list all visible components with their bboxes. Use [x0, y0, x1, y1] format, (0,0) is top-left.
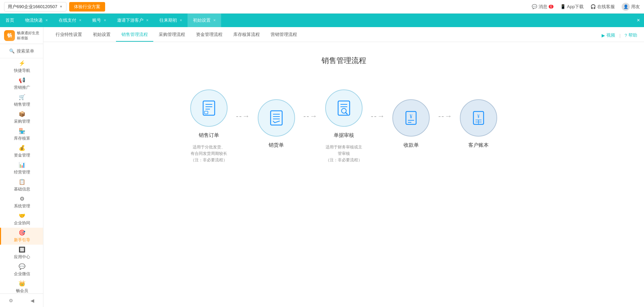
sub-tab-industry-label: 行业特性设置 — [56, 32, 82, 37]
sub-tab-finance-flow-label: 资金管理流程 — [196, 32, 222, 37]
tab-setup[interactable]: 初始设置 × — [188, 14, 221, 27]
tab-setup-close[interactable]: × — [213, 18, 216, 23]
flow-step-ledger-name: 客户账本 — [468, 142, 489, 148]
sidebar-item-label: 应用中心 — [14, 254, 30, 260]
sidebar-item-quick-nav[interactable]: ⚡ 快捷导航 — [0, 58, 43, 75]
video-icon: ▶ — [602, 33, 605, 38]
sidebar-item-corp-wechat[interactable]: 💬 企业微信 — [0, 262, 43, 279]
app-download-item[interactable]: 📱 App下载 — [560, 4, 584, 10]
video-link[interactable]: ▶ 视频 — [602, 32, 615, 38]
tab-logistics-label: 物流快递 — [25, 17, 43, 23]
tab-invite-close[interactable]: × — [146, 18, 149, 23]
logo-line1: 畅康通好生意 — [17, 30, 39, 35]
review-icon — [335, 99, 353, 117]
sales-mgmt-icon: 🛒 — [19, 94, 25, 100]
nav-close-all-icon[interactable]: × — [637, 17, 640, 23]
ledger-icon: ¥ — [469, 109, 488, 127]
help-link[interactable]: ? 帮助 — [625, 32, 637, 38]
sub-tab-marketing-flow-label: 营销管理流程 — [271, 32, 297, 37]
headset-icon: 🎧 — [590, 4, 596, 9]
flow-step-receipt[interactable]: ¥ 收款单 — [380, 99, 442, 154]
sidebar-item-label: 企业协同 — [14, 220, 30, 226]
user-label: 用户690企业1660120507 — [8, 4, 57, 10]
sidebar-item-sales-mgmt[interactable]: 🛒 销售管理 — [0, 92, 43, 109]
flow-step-sales-order-name: 销售订单 — [199, 132, 219, 139]
sub-tab-marketing-flow[interactable]: 营销管理流程 — [265, 28, 303, 42]
flow-step-receipt-name: 收款单 — [404, 142, 419, 148]
sidebar-item-marketing-promo[interactable]: 📢 营销推广 — [0, 75, 43, 92]
tab-payment-close[interactable]: × — [79, 18, 81, 23]
sidebar-nav: ⚡ 快捷导航 📢 营销推广 🛒 销售管理 📦 采购管理 🏪 库存核算 💰 — [0, 58, 43, 293]
sidebar-item-finance-mgmt[interactable]: 💰 资金管理 — [0, 143, 43, 160]
app-label: App下载 — [567, 4, 584, 10]
flow-step-sales-order[interactable]: 销售订单 适用于分批发货、有合同发货周期较长（注：非必要流程） — [178, 89, 239, 164]
tab-home-label: 首页 — [5, 17, 14, 23]
inventory-icon: 🏪 — [19, 128, 25, 134]
sidebar-item-sys-mgmt[interactable]: ⚙ 系统管理 — [0, 194, 43, 211]
sub-tab-initial-label: 初始设置 — [93, 32, 111, 37]
sidebar-item-basic-info[interactable]: 📋 基础信息 — [0, 177, 43, 194]
service-item[interactable]: 🎧 在线客服 — [590, 4, 615, 10]
sub-tab-purchase-flow[interactable]: 采购管理流程 — [153, 28, 191, 42]
flow-step-delivery[interactable]: 销货单 — [246, 99, 307, 154]
tab-logistics[interactable]: 物流快递 × — [20, 14, 53, 27]
sidebar-item-label: 营销推广 — [14, 85, 30, 90]
delivery-icon — [267, 109, 286, 127]
tab-invite[interactable]: 邀请下游客户 × — [112, 14, 154, 27]
sub-tab-sales-flow[interactable]: 销售管理流程 — [116, 28, 153, 42]
trial-button[interactable]: 体验行业方案 — [69, 2, 105, 12]
avatar: 👤 — [622, 3, 630, 11]
new-guide-icon: 🎯 — [19, 229, 25, 236]
marketing-promo-icon: 📢 — [19, 77, 25, 83]
sub-tabs: 行业特性设置 初始设置 销售管理流程 采购管理流程 资金管理流程 库存核算流程 … — [43, 27, 644, 42]
sub-tab-industry[interactable]: 行业特性设置 — [50, 28, 87, 42]
sidebar-item-label: 新手引导 — [14, 237, 30, 243]
settings-bottom-icon[interactable]: ⚙ — [9, 298, 13, 303]
message-badge: 6 — [549, 5, 553, 8]
tab-logistics-close[interactable]: × — [45, 18, 48, 23]
sub-tab-finance-flow[interactable]: 资金管理流程 — [191, 28, 228, 42]
flow-step-delivery-name: 销货单 — [269, 142, 284, 148]
sub-tab-purchase-flow-label: 采购管理流程 — [159, 32, 185, 37]
sub-tab-initial[interactable]: 初始设置 — [87, 28, 116, 42]
tab-home[interactable]: 首页 — [0, 14, 20, 27]
flow-step-sales-order-desc: 适用于分批发货、有合同发货周期较长（注：非必要流程） — [191, 144, 227, 164]
sub-tab-inventory-calc[interactable]: 库存核算流程 — [228, 28, 265, 42]
sidebar-item-ops-mgmt[interactable]: 📊 经营管理 — [0, 160, 43, 177]
sidebar-item-purchase-mgmt[interactable]: 📦 采购管理 — [0, 109, 43, 126]
sidebar-item-corp-collab[interactable]: 🤝 企业协同 — [0, 211, 43, 228]
flow-step-ledger[interactable]: ¥ 客户账本 — [448, 99, 509, 154]
sidebar-item-vip[interactable]: 👑 畅会员 — [0, 279, 43, 293]
sidebar-item-new-guide[interactable]: 🎯 新手引导 — [0, 228, 43, 245]
help-label: 帮助 — [628, 32, 637, 38]
corp-collab-icon: 🤝 — [19, 212, 25, 219]
tab-payment[interactable]: 在线支付 × — [53, 14, 87, 27]
purchase-mgmt-icon: 📦 — [19, 111, 25, 117]
app-center-icon: 🔲 — [19, 246, 25, 253]
tab-period[interactable]: 往来期初 × — [154, 14, 188, 27]
tab-period-close[interactable]: × — [180, 18, 182, 23]
service-label: 在线客服 — [597, 4, 615, 10]
tab-payment-label: 在线支付 — [59, 17, 76, 23]
user-menu-label: 用友 — [631, 4, 640, 10]
tab-account[interactable]: 账号 × — [87, 14, 112, 27]
svg-text:¥: ¥ — [410, 114, 412, 119]
tab-setup-label: 初始设置 — [193, 17, 211, 23]
collapse-icon[interactable]: ◀ — [31, 298, 34, 303]
sidebar-item-app-center[interactable]: 🔲 应用中心 — [0, 245, 43, 262]
user-selector[interactable]: 用户690企业1660120507 ▼ — [4, 2, 66, 12]
svg-rect-0 — [203, 101, 215, 115]
sidebar-search[interactable]: 🔍 搜索菜单 — [0, 44, 43, 58]
sidebar-item-label: 系统管理 — [14, 203, 30, 209]
user-menu-item[interactable]: 👤 用友 — [622, 3, 640, 11]
app-icon: 📱 — [560, 4, 566, 9]
help-icon: ? — [625, 33, 627, 38]
flow-circle-review — [325, 89, 363, 127]
logo-text: 畅康通好生意 标准版 — [17, 30, 39, 40]
flow-step-review[interactable]: 单据审核 适用于财务审核或主管审核（注：非必要流程） — [313, 89, 374, 164]
svg-rect-4 — [204, 111, 208, 114]
sidebar-item-label: 采购管理 — [14, 119, 30, 124]
message-item[interactable]: 💬 消息 6 — [532, 4, 553, 10]
sidebar-item-inventory[interactable]: 🏪 库存核算 — [0, 126, 43, 143]
tab-account-close[interactable]: × — [104, 18, 106, 23]
